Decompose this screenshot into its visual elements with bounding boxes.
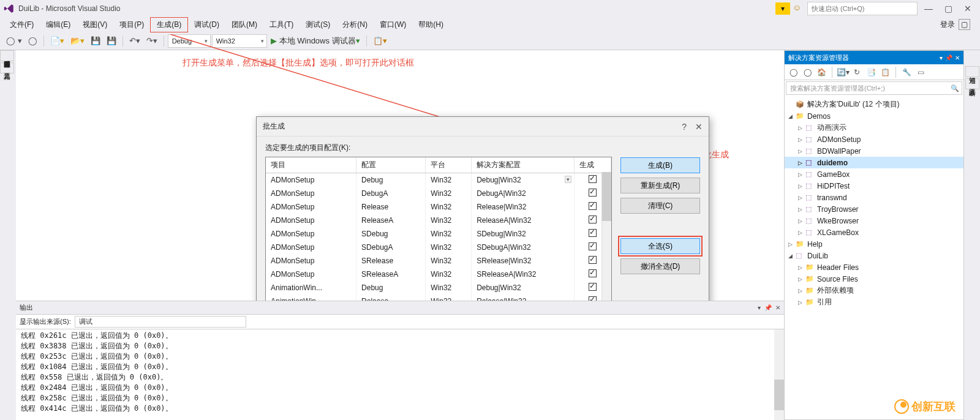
- toolbar-extra-button[interactable]: 📋▾: [371, 35, 390, 47]
- tree-item[interactable]: ▷⬚BDWallPaper: [785, 145, 963, 157]
- undo-button[interactable]: ↶▾: [127, 35, 143, 47]
- sol-preview-icon[interactable]: ▭: [914, 66, 927, 78]
- tree-item[interactable]: ▷⬚transwnd: [785, 192, 963, 203]
- menu-item[interactable]: 工具(T): [263, 18, 300, 32]
- menu-item[interactable]: 分析(N): [336, 18, 374, 32]
- dialog-close-button[interactable]: ✕: [695, 122, 703, 132]
- open-file-button[interactable]: 📂▾: [68, 35, 87, 47]
- grid-header[interactable]: 平台: [426, 157, 472, 173]
- tree-item[interactable]: ▷📁Source Files: [785, 273, 963, 285]
- output-pin-icon[interactable]: 📌: [764, 304, 772, 311]
- sol-refresh-icon[interactable]: ↻: [851, 66, 863, 78]
- sol-fwd-icon[interactable]: ◯: [801, 66, 813, 78]
- table-row[interactable]: ADMonSetupSDebugAWin32SDebugA|Win32: [266, 241, 611, 254]
- build-checkbox[interactable]: [589, 189, 597, 197]
- output-text[interactable]: 线程 0x261c 已退出，返回值为 0 (0x0)。 线程 0x3838 已退…: [16, 329, 784, 415]
- grid-header[interactable]: 生成: [574, 157, 611, 173]
- menu-item[interactable]: 测试(S): [300, 18, 336, 32]
- quick-launch-input[interactable]: [807, 2, 918, 15]
- sol-properties-icon[interactable]: 🔧: [900, 66, 913, 78]
- table-row[interactable]: ADMonSetupDebugAWin32DebugA|Win32: [266, 187, 611, 200]
- close-button[interactable]: ✕: [959, 2, 976, 15]
- solution-search-input[interactable]: 搜索解决方案资源管理器(Ctrl+;): [786, 81, 962, 95]
- tree-item[interactable]: ▷⬚duidemo: [785, 157, 963, 168]
- build-checkbox[interactable]: [589, 216, 597, 223]
- panel-pin-icon[interactable]: 📌: [945, 54, 952, 61]
- menu-item[interactable]: 帮助(H): [412, 18, 450, 32]
- menu-item[interactable]: 窗口(W): [374, 18, 412, 32]
- sol-home-icon[interactable]: 🏠: [815, 66, 827, 78]
- menu-item[interactable]: 团队(M): [225, 18, 263, 32]
- menu-item[interactable]: 文件(F): [4, 18, 40, 32]
- menu-item[interactable]: 视图(V): [77, 18, 113, 32]
- build-checkbox[interactable]: [589, 175, 597, 183]
- build-checkbox[interactable]: [589, 229, 597, 237]
- rebuild-button[interactable]: 重新生成(R): [620, 178, 700, 193]
- new-project-button[interactable]: 📄▾: [48, 35, 67, 47]
- output-scrollbar[interactable]: [774, 329, 784, 420]
- tree-item[interactable]: 📦解决方案'DuiLib' (12 个项目): [785, 99, 963, 110]
- sol-collapse-icon[interactable]: 📑: [865, 66, 877, 78]
- table-row[interactable]: ADMonSetupReleaseWin32Release|Win32: [266, 200, 611, 214]
- panel-close-icon[interactable]: ✕: [955, 54, 960, 61]
- maximize-button[interactable]: ▢: [940, 2, 957, 15]
- output-source-dropdown[interactable]: 调试: [75, 316, 246, 328]
- select-all-button[interactable]: 全选(S): [620, 238, 700, 254]
- tree-item[interactable]: ▷📁外部依赖项: [785, 285, 963, 296]
- tree-item[interactable]: ▷📁Help: [785, 238, 963, 250]
- tree-item[interactable]: ▷⬚HiDPITest: [785, 180, 963, 192]
- toolbox-tab[interactable]: 工具箱: [0, 62, 14, 73]
- feedback-smile-icon[interactable]: ☺: [793, 2, 805, 15]
- table-row[interactable]: ADMonSetupSReleaseWin32SRelease|Win32: [266, 254, 611, 268]
- deselect-all-button[interactable]: 撤消全选(D): [620, 258, 700, 274]
- config-dropdown[interactable]: Debug: [168, 34, 211, 48]
- nav-back-button[interactable]: ◯ ▾: [4, 35, 24, 47]
- build-button[interactable]: 生成(B): [620, 157, 700, 173]
- tree-item[interactable]: ◢📁Demos: [785, 110, 963, 122]
- build-checkbox[interactable]: [589, 256, 597, 264]
- tree-item[interactable]: ▷⬚TroyBrowser: [785, 203, 963, 215]
- user-icon[interactable]: ▢: [959, 19, 970, 30]
- menu-item[interactable]: 编辑(E): [40, 18, 77, 32]
- table-row[interactable]: AnimationWin...DebugWin32Debug|Win32: [266, 281, 611, 294]
- panel-dropdown-icon[interactable]: ▾: [940, 54, 943, 61]
- build-checkbox[interactable]: [589, 269, 597, 277]
- save-all-button[interactable]: 💾: [104, 35, 119, 47]
- table-row[interactable]: ADMonSetupReleaseAWin32ReleaseA|Win32: [266, 214, 611, 227]
- table-row[interactable]: ADMonSetupSReleaseAWin32SReleaseA|Win32: [266, 268, 611, 281]
- login-link[interactable]: 登录: [940, 20, 955, 30]
- redo-button[interactable]: ↷▾: [144, 35, 160, 47]
- notifications-tab[interactable]: 通知: [965, 66, 979, 77]
- tree-item[interactable]: ◢⬚DuiLib: [785, 250, 963, 261]
- diagnostics-tab[interactable]: 诊断工具: [965, 78, 979, 89]
- nav-fwd-button[interactable]: ◯: [26, 35, 40, 47]
- build-checkbox[interactable]: [589, 202, 597, 210]
- sol-sync-icon[interactable]: 🔄▾: [837, 66, 849, 78]
- grid-header[interactable]: 解决方案配置: [472, 157, 575, 173]
- build-checkbox[interactable]: [589, 283, 597, 291]
- dialog-help-button[interactable]: ?: [682, 122, 687, 132]
- save-button[interactable]: 💾: [88, 35, 103, 47]
- tree-item[interactable]: ▷⬚WkeBrowser: [785, 215, 963, 227]
- grid-header[interactable]: 项目: [266, 157, 356, 173]
- tree-item[interactable]: ▷⬚GameBox: [785, 168, 963, 180]
- tree-item[interactable]: ▷⬚ADMonSetup: [785, 133, 963, 145]
- menu-item[interactable]: 调试(D): [188, 18, 225, 32]
- minimize-button[interactable]: —: [920, 2, 937, 15]
- grid-header[interactable]: 配置: [356, 157, 426, 173]
- sol-showall-icon[interactable]: 📋: [879, 66, 891, 78]
- tree-item[interactable]: ▷⬚动画演示: [785, 122, 963, 133]
- menu-item[interactable]: 生成(B): [150, 17, 188, 32]
- tree-item[interactable]: ▷📁引用: [785, 296, 963, 308]
- clean-button[interactable]: 清理(C): [620, 198, 700, 214]
- sol-back-icon[interactable]: ◯: [787, 66, 799, 78]
- table-row[interactable]: ADMonSetupSDebugWin32SDebug|Win32: [266, 227, 611, 241]
- tree-item[interactable]: ▷⬚XLGameBox: [785, 227, 963, 238]
- output-close-icon[interactable]: ✕: [775, 304, 780, 311]
- build-checkbox[interactable]: [589, 242, 597, 250]
- notification-flag-icon[interactable]: ▾: [775, 2, 790, 15]
- server-explorer-tab[interactable]: 服务器资源管理器: [0, 50, 14, 61]
- tree-item[interactable]: ▷📁Header Files: [785, 261, 963, 273]
- platform-dropdown[interactable]: Win32: [212, 34, 267, 48]
- solution-tree[interactable]: 📦解决方案'DuiLib' (12 个项目)◢📁Demos▷⬚动画演示▷⬚ADM…: [785, 96, 963, 310]
